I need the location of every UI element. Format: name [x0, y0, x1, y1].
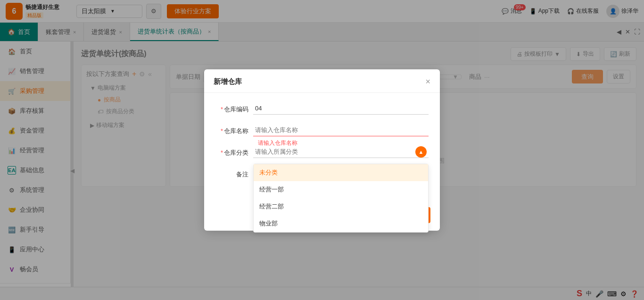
category-label: 仓库分类 — [215, 146, 253, 157]
warehouse-name-input[interactable] — [253, 124, 429, 136]
category-dropdown-menu: 未分类 经营一部 经营二部 物业部 — [253, 164, 429, 233]
modal-overlay: 新增仓库 × 仓库编码 仓库名称 请输入仓库名称 仓库分类 — [0, 0, 644, 300]
dialog-header: 新增仓库 × — [204, 69, 440, 93]
code-label: 仓库编码 — [215, 102, 253, 114]
category-select-wrap: ▲ 未分类 经营一部 经营二部 物业部 — [253, 146, 429, 158]
warehouse-code-input[interactable] — [253, 102, 429, 115]
category-dropdown-toggle[interactable]: ▲ — [415, 146, 427, 158]
new-warehouse-dialog: 新增仓库 × 仓库编码 仓库名称 请输入仓库名称 仓库分类 — [204, 69, 440, 231]
dropdown-item-dept2[interactable]: 经营二部 — [254, 198, 428, 215]
dialog-title: 新增仓库 — [214, 77, 242, 86]
form-row-category: 仓库分类 ▲ 未分类 经营一部 经营二部 物业部 — [215, 146, 429, 158]
dialog-close-button[interactable]: × — [425, 77, 430, 87]
name-label: 仓库名称 — [215, 124, 253, 135]
form-row-name: 仓库名称 请输入仓库名称 — [215, 124, 429, 136]
form-row-code: 仓库编码 — [215, 102, 429, 115]
note-label: 备注 — [215, 167, 253, 179]
category-input[interactable] — [253, 146, 429, 158]
dropdown-item-unclassified[interactable]: 未分类 — [254, 164, 428, 181]
dropdown-item-dept1[interactable]: 经营一部 — [254, 181, 428, 198]
dropdown-item-dept3[interactable]: 物业部 — [254, 215, 428, 232]
dialog-body: 仓库编码 仓库名称 请输入仓库名称 仓库分类 ▲ 未分类 — [204, 93, 440, 201]
